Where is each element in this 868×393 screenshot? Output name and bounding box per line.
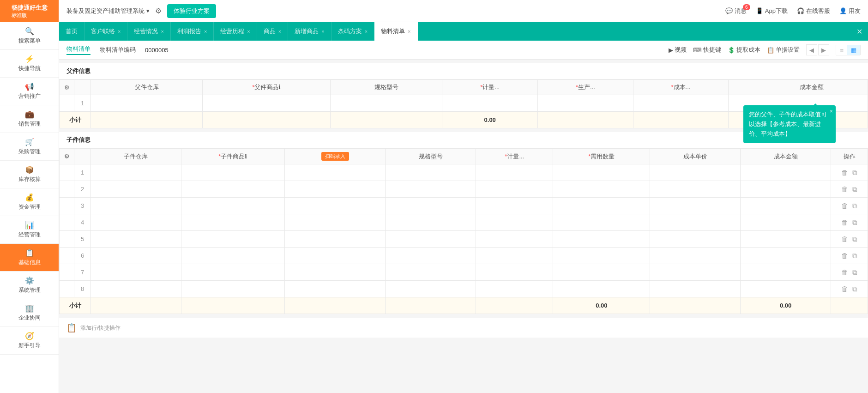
prev-doc-button[interactable]: ◀ xyxy=(806,44,817,55)
nav-tab-close-8[interactable]: × xyxy=(408,29,410,34)
child-row-spec-1[interactable] xyxy=(386,164,476,181)
online-service-button[interactable]: 🎧 在线客服 xyxy=(797,7,830,15)
child-row-qty-7[interactable] xyxy=(553,264,650,281)
sidebar-item-system[interactable]: ⚙️ 系统管理 xyxy=(0,272,59,299)
nav-tab-0[interactable]: 首页 xyxy=(59,22,84,41)
nav-tab-5[interactable]: 商品× xyxy=(257,22,288,41)
child-row-warehouse-4[interactable] xyxy=(91,214,181,231)
sidebar-item-search[interactable]: 🔍 搜索菜单 xyxy=(0,22,59,50)
delete-row-1-icon[interactable]: 🗑 xyxy=(841,169,848,176)
sidebar-item-guide[interactable]: 🧭 新手引导 xyxy=(0,327,59,355)
parent-row-cost[interactable] xyxy=(633,95,729,112)
child-row-qty-2[interactable] xyxy=(553,181,650,198)
nav-tab-close-6[interactable]: × xyxy=(321,29,324,34)
sidebar-item-sales[interactable]: 💼 销售管理 xyxy=(0,105,59,133)
nav-tab-close-2[interactable]: × xyxy=(161,29,163,34)
video-action[interactable]: ▶ 视频 xyxy=(669,46,687,54)
child-row-spec-2[interactable] xyxy=(386,181,476,198)
child-row-unit-7[interactable] xyxy=(476,264,553,281)
copy-row-7-icon[interactable]: ⧉ xyxy=(852,268,857,276)
user-menu[interactable]: 👤 用友 xyxy=(839,7,861,15)
app-download-button[interactable]: 📱 App下载 xyxy=(756,7,788,15)
sidebar-item-marketing[interactable]: 📢 营销推广 xyxy=(0,78,59,105)
delete-row-6-icon[interactable]: 🗑 xyxy=(841,252,848,260)
doc-settings-action[interactable]: 📋 单据设置 xyxy=(767,46,800,54)
child-row-product-3[interactable] xyxy=(181,198,284,214)
child-row-spec-6[interactable] xyxy=(386,248,476,264)
nav-tab-8[interactable]: 物料清单× xyxy=(374,22,417,41)
child-row-unit-2[interactable] xyxy=(476,181,553,198)
shortcut-action[interactable]: ⌨ 快捷键 xyxy=(693,46,721,54)
close-all-tabs-button[interactable]: ✕ xyxy=(851,27,868,36)
copy-row-4-icon[interactable]: ⧉ xyxy=(852,218,857,226)
parent-row-spec[interactable] xyxy=(331,95,442,112)
child-row-spec-5[interactable] xyxy=(386,231,476,248)
nav-tab-2[interactable]: 经营情况× xyxy=(127,22,170,41)
copy-row-6-icon[interactable]: ⧉ xyxy=(852,252,857,260)
child-row-unit-8[interactable] xyxy=(476,281,553,297)
sidebar-item-purchase[interactable]: 🛒 采购管理 xyxy=(0,133,59,161)
delete-row-7-icon[interactable]: 🗑 xyxy=(841,268,848,276)
child-row-warehouse-8[interactable] xyxy=(91,281,181,297)
delete-row-8-icon[interactable]: 🗑 xyxy=(841,285,848,293)
child-row-warehouse-5[interactable] xyxy=(91,231,181,248)
child-row-unit-5[interactable] xyxy=(476,231,553,248)
child-row-qty-4[interactable] xyxy=(553,214,650,231)
child-row-spec-8[interactable] xyxy=(386,281,476,297)
sidebar-item-capital[interactable]: 💰 资金管理 xyxy=(0,188,59,216)
child-row-product-8[interactable] xyxy=(181,281,284,297)
list-view-button[interactable]: ≡ xyxy=(836,45,847,55)
child-row-qty-5[interactable] xyxy=(553,231,650,248)
child-row-warehouse-7[interactable] xyxy=(91,264,181,281)
child-row-warehouse-6[interactable] xyxy=(91,248,181,264)
child-row-spec-4[interactable] xyxy=(386,214,476,231)
next-doc-button[interactable]: ▶ xyxy=(818,44,829,55)
child-row-product-7[interactable] xyxy=(181,264,284,281)
nav-tab-close-4[interactable]: × xyxy=(247,29,250,34)
sidebar-item-inventory[interactable]: 📦 库存核算 xyxy=(0,161,59,188)
child-row-warehouse-2[interactable] xyxy=(91,181,181,198)
nav-tab-4[interactable]: 经营历程× xyxy=(214,22,257,41)
nav-tab-close-3[interactable]: × xyxy=(204,29,207,34)
child-row-unit-3[interactable] xyxy=(476,198,553,214)
sidebar-item-basic-info[interactable]: 📋 基础信息 xyxy=(0,244,59,272)
child-row-product-6[interactable] xyxy=(181,248,284,264)
tooltip-close-button[interactable]: × xyxy=(830,107,833,116)
child-row-unit-4[interactable] xyxy=(476,214,553,231)
copy-row-8-icon[interactable]: ⧉ xyxy=(852,285,857,293)
child-row-product-4[interactable] xyxy=(181,214,284,231)
grid-view-button[interactable]: ▦ xyxy=(847,45,860,55)
child-row-qty-1[interactable] xyxy=(553,164,650,181)
copy-row-5-icon[interactable]: ⧉ xyxy=(852,235,857,243)
parent-row-warehouse[interactable] xyxy=(91,95,203,112)
child-row-unit-6[interactable] xyxy=(476,248,553,264)
child-row-warehouse-1[interactable] xyxy=(91,164,181,181)
child-row-qty-6[interactable] xyxy=(553,248,650,264)
child-row-product-5[interactable] xyxy=(181,231,284,248)
nav-tab-7[interactable]: 条码方案× xyxy=(332,22,374,41)
child-row-spec-7[interactable] xyxy=(386,264,476,281)
child-row-product-2[interactable] xyxy=(181,181,284,198)
delete-row-5-icon[interactable]: 🗑 xyxy=(841,235,848,243)
child-row-product-1[interactable] xyxy=(181,164,284,181)
nav-tab-3[interactable]: 利润报告× xyxy=(171,22,214,41)
nav-tab-close-1[interactable]: × xyxy=(118,29,121,34)
parent-row-unit[interactable] xyxy=(442,95,538,112)
scan-input-button[interactable]: 扫码录入 xyxy=(321,152,349,161)
nav-tab-close-7[interactable]: × xyxy=(365,29,368,34)
child-row-unit-1[interactable] xyxy=(476,164,553,181)
sidebar-item-quick-nav[interactable]: ⚡ 快捷导航 xyxy=(0,50,59,78)
sub-tab-inactive[interactable]: 物料清单编码 xyxy=(100,46,136,54)
nav-tab-close-5[interactable]: × xyxy=(278,29,281,34)
copy-row-2-icon[interactable]: ⧉ xyxy=(852,185,857,193)
sub-tab-active[interactable]: 物料清单 xyxy=(66,45,90,55)
child-row-qty-3[interactable] xyxy=(553,198,650,214)
delete-row-3-icon[interactable]: 🗑 xyxy=(841,202,848,210)
nav-tab-6[interactable]: 新增商品× xyxy=(288,22,331,41)
child-row-warehouse-3[interactable] xyxy=(91,198,181,214)
copy-row-1-icon[interactable]: ⧉ xyxy=(852,169,857,176)
extract-cost-action[interactable]: 💲 提取成本 xyxy=(728,46,760,54)
delete-row-4-icon[interactable]: 🗑 xyxy=(841,218,848,226)
child-row-qty-8[interactable] xyxy=(553,281,650,297)
parent-row-product[interactable] xyxy=(203,95,331,112)
